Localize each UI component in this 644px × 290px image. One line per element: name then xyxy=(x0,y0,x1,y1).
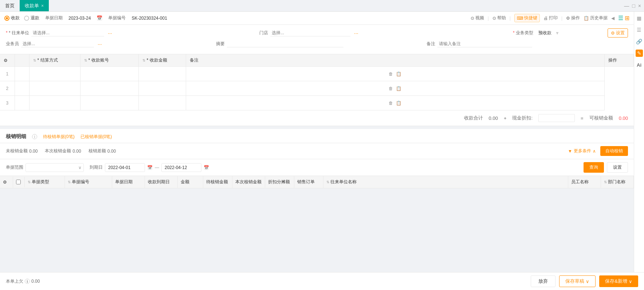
query-btn[interactable]: 查询 xyxy=(584,162,604,173)
radio-refund-label: 退款 xyxy=(31,15,39,21)
row-action-1: 🗑 📋 xyxy=(186,67,605,81)
video-icon: ⊙ xyxy=(471,16,474,21)
filter-row: 单据范围 ∨ 到期日 📅 — 📅 查询 设置 xyxy=(0,159,634,176)
maximize-icon[interactable]: □ xyxy=(632,3,635,9)
t2-th-gear[interactable]: ⚙ xyxy=(0,177,13,188)
history-btn[interactable]: 📋 历史单据 xyxy=(584,15,608,21)
counterparty-input[interactable] xyxy=(31,30,104,36)
radio-receipt-circle xyxy=(4,16,9,21)
row-account-2[interactable] xyxy=(29,81,80,96)
row-method-3[interactable] xyxy=(15,96,29,110)
remark-input[interactable] xyxy=(437,40,532,47)
filter-setup-btn[interactable]: 设置 xyxy=(607,162,628,173)
salesperson-input[interactable] xyxy=(21,40,94,47)
tab-close-icon[interactable]: × xyxy=(41,3,44,8)
radio-receipt[interactable]: 收款 xyxy=(4,15,20,21)
date-from-icon[interactable]: 📅 xyxy=(147,165,153,170)
settings-button[interactable]: ⚙ 设置 xyxy=(608,28,628,38)
bottom-bar: 本单上欠 ℹ 0.00 放弃 保存草稿 ∨ 保存&新增 ∨ xyxy=(0,272,644,277)
completed-tab[interactable]: 已核销单据(0笔) xyxy=(80,134,112,140)
row-account-3[interactable] xyxy=(29,96,80,110)
grid-view-icon[interactable]: ⊞ xyxy=(625,15,629,21)
row-amount-3[interactable] xyxy=(80,96,138,110)
sort-t2-type: ⇅ xyxy=(28,180,31,184)
shortcut-btn[interactable]: ⌨ 快捷键 xyxy=(514,14,540,22)
table-row: 1 🗑 📋 xyxy=(0,67,634,81)
help-btn[interactable]: ⊙ 帮助 xyxy=(492,15,506,21)
row-amount-2[interactable] xyxy=(80,81,138,96)
ai-label[interactable]: Ai xyxy=(636,61,643,68)
tab-home-label: 首页 xyxy=(5,3,15,9)
number-label: 单据编号 xyxy=(108,15,126,21)
summary-input[interactable] xyxy=(227,40,343,47)
t2-th-type: ⇅ 单据类型 xyxy=(25,176,65,188)
select-all-checkbox[interactable] xyxy=(16,180,21,184)
auto-write-off-btn[interactable]: 自动核销 xyxy=(600,146,628,156)
sidebar-list-icon[interactable]: ☰ xyxy=(636,26,643,34)
row-account-1[interactable] xyxy=(29,67,80,81)
video-label: 视频 xyxy=(475,15,484,21)
row-amount-1[interactable] xyxy=(80,67,138,81)
save-draft-btn[interactable]: 保存草稿 ∨ xyxy=(559,275,596,277)
row-remark-3[interactable] xyxy=(138,96,186,110)
print-btn[interactable]: 🖨 打印 xyxy=(543,15,558,21)
t2-th-pending: 待核销金额 xyxy=(203,176,232,188)
save-new-btn[interactable]: 保存&新增 ∨ xyxy=(599,275,638,277)
t2-th-number: ⇅ 单据编号 xyxy=(65,176,112,188)
store-more-btn[interactable]: ··· xyxy=(354,30,358,36)
sidebar-edit-icon[interactable]: ✎ xyxy=(636,50,643,57)
date-to-input[interactable] xyxy=(161,163,201,172)
form-row-1: * * 往来单位 ··· 门店 ··· * 业务类型 xyxy=(6,28,628,38)
help-icon: ⊙ xyxy=(492,16,496,21)
list-view-icon[interactable]: ☰ xyxy=(618,15,623,21)
calendar-icon[interactable]: 📅 xyxy=(97,15,102,21)
discount-input[interactable] xyxy=(538,114,575,122)
tab-receipt[interactable]: 收款单 × xyxy=(20,0,49,11)
t2-th-check[interactable] xyxy=(13,177,25,187)
tab-home[interactable]: 首页 xyxy=(0,0,20,11)
date-to-icon[interactable]: 📅 xyxy=(204,165,209,170)
salesperson-more-btn[interactable]: ··· xyxy=(98,41,102,47)
pending-tab[interactable]: 待核销单据(0笔) xyxy=(43,134,75,140)
date-label: 单据日期 xyxy=(45,15,63,21)
copy-row-3-btn[interactable]: 📋 xyxy=(396,101,401,106)
form-area: * * 往来单位 ··· 门店 ··· * 业务类型 xyxy=(0,25,634,54)
right-sidebar: ▦ ☰ 🔗 ✎ Ai xyxy=(634,12,644,277)
row-method-2[interactable] xyxy=(15,81,29,96)
receipt-table: ⚙ ⇅ * 结算方式 ⇅ * 收款账号 xyxy=(0,54,634,110)
business-type-arrow[interactable]: ▼ xyxy=(555,31,559,36)
operation-btn[interactable]: ⚙ 操作 xyxy=(566,15,580,21)
receipt-table-container: ⚙ ⇅ * 结算方式 ⇅ * 收款账号 xyxy=(0,54,634,110)
close-window-icon[interactable]: × xyxy=(638,3,641,9)
t2-th-current: 本次核销金额 xyxy=(232,176,265,188)
row-remark-1[interactable] xyxy=(138,67,186,81)
delete-row-1-btn[interactable]: 🗑 xyxy=(389,71,393,77)
th-settings[interactable]: ⚙ xyxy=(0,54,15,67)
shortcut-icon: ⌨ xyxy=(517,16,523,21)
date-value[interactable]: 2023-03-24 xyxy=(68,16,91,21)
summary-label: 摘要 xyxy=(216,41,225,47)
more-conditions-btn[interactable]: ▼ 更多条件 ∧ xyxy=(568,148,596,154)
date-label: 到期日 xyxy=(90,164,103,171)
row-num-1: 1 xyxy=(0,67,15,81)
date-from-input[interactable] xyxy=(105,163,145,172)
video-btn[interactable]: ⊙ 视频 xyxy=(471,15,484,21)
copy-row-2-btn[interactable]: 📋 xyxy=(396,86,401,91)
sidebar-attach-icon[interactable]: 🔗 xyxy=(636,38,643,45)
minimize-icon[interactable]: — xyxy=(624,3,629,9)
row-method-1[interactable] xyxy=(15,67,29,81)
counterparty-more-btn[interactable]: ··· xyxy=(108,30,112,36)
sidebar-table-icon[interactable]: ▦ xyxy=(636,15,643,22)
row-remark-2[interactable] xyxy=(138,81,186,96)
prev-icon[interactable]: ◀ xyxy=(611,16,614,21)
delete-row-3-btn[interactable]: 🗑 xyxy=(389,101,393,106)
delete-row-2-btn[interactable]: 🗑 xyxy=(389,86,393,91)
info-icon[interactable]: i xyxy=(32,134,37,139)
radio-refund[interactable]: 退款 xyxy=(24,15,39,21)
store-input[interactable] xyxy=(270,30,350,36)
abandon-btn[interactable]: 放弃 xyxy=(531,275,555,277)
gear-icon: ⚙ xyxy=(611,31,615,36)
copy-row-1-btn[interactable]: 📋 xyxy=(396,71,401,77)
diff-stat: 核销差额 0.00 xyxy=(89,148,116,154)
range-select[interactable] xyxy=(25,163,84,172)
